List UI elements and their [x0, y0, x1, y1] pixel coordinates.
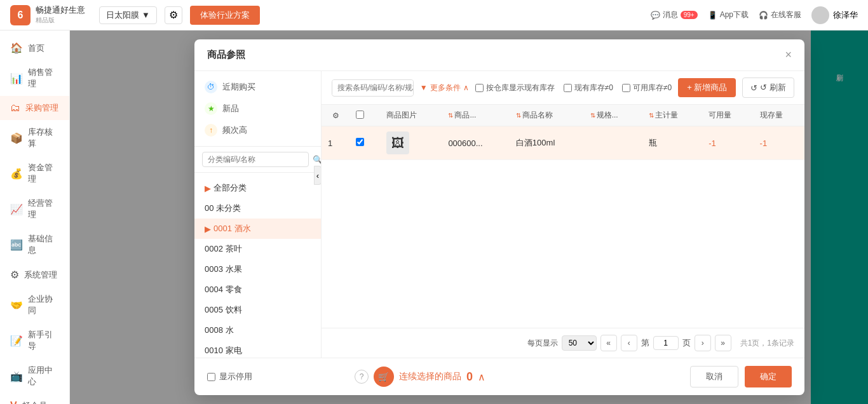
th-settings[interactable]: ⚙: [322, 105, 349, 126]
sort-icon-spec: ⇅: [590, 112, 595, 119]
nav-middle: 日太阳膜 ▼ ⚙ 体验行业方案: [86, 6, 651, 25]
avatar-area[interactable]: 徐泽华: [811, 6, 858, 24]
pagination: 每页显示 50 10 20 100 « ‹ 第 页: [322, 328, 804, 358]
checkbox-stock-input[interactable]: [564, 84, 572, 92]
checkbox-warehouse-input[interactable]: [475, 84, 484, 92]
table-row[interactable]: 1 🖼 000600...: [322, 126, 804, 160]
filter-recent[interactable]: ⏱ 近期购买: [194, 76, 321, 98]
show-disabled-label[interactable]: 显示停用: [207, 371, 252, 382]
mobile-icon: 📱: [708, 11, 717, 20]
td-unit: 瓶: [642, 126, 703, 160]
checkbox-warehouse[interactable]: 按仓库显示现有库存: [475, 83, 555, 93]
sidebar-item-system[interactable]: ⚙ 系统管理: [0, 262, 69, 287]
tree-item-water[interactable]: 0008 水: [194, 320, 321, 340]
sidebar-item-purchase[interactable]: 🗂 采购管理: [0, 96, 69, 120]
th-code[interactable]: ⇅ 商品...: [442, 105, 509, 126]
tree-active-arrow: ▶: [205, 224, 211, 234]
checkbox-available-input[interactable]: [622, 84, 630, 92]
category-search-input[interactable]: [202, 152, 309, 167]
sidebar-label-guide: 新手引导: [28, 329, 59, 352]
sidebar-label-system: 系统管理: [24, 269, 57, 281]
td-index: 1: [322, 126, 349, 160]
tree-item-fruit[interactable]: 0003 水果: [194, 259, 321, 279]
filter-new-label: 新品: [222, 103, 239, 114]
filter-freq[interactable]: ↑ 频次高: [194, 119, 321, 141]
logo-icon: 6: [10, 5, 31, 25]
sales-icon: 📊: [10, 72, 23, 84]
nav-selector[interactable]: 日太阳膜 ▼: [99, 6, 157, 24]
guide-icon: 📝: [10, 335, 23, 347]
th-unit[interactable]: ⇅ 主计量: [642, 105, 703, 126]
more-filter-btn[interactable]: ▼ 更多条件 ∧: [420, 83, 469, 93]
add-product-btn[interactable]: + 新增商品: [678, 78, 736, 97]
confirm-btn[interactable]: 确定: [745, 366, 792, 387]
th-name[interactable]: ⇅ 商品名称: [510, 105, 584, 126]
sidebar-item-apps[interactable]: 📺 应用中心: [0, 358, 69, 394]
product-thumbnail: 🖼: [386, 131, 409, 154]
page-prev-btn[interactable]: ‹: [621, 335, 637, 351]
sidebar-item-operation[interactable]: 📈 经营管理: [0, 191, 69, 227]
sidebar-label-corp: 企业协同: [28, 293, 59, 316]
page-last-btn[interactable]: »: [715, 335, 731, 351]
purchase-icon: 🗂: [10, 102, 20, 114]
sidebar-item-sales[interactable]: 📊 销售管理: [0, 60, 69, 96]
main-layout: 🏠 首页 📊 销售管理 🗂 采购管理 📦 库存核算 💰 资金管理 📈 经: [0, 30, 868, 404]
content-area: 查询 设置 刷新 商品参照 ×: [70, 30, 868, 404]
sidebar-item-guide[interactable]: 📝 新手引导: [0, 323, 69, 358]
logo-title: 畅捷通好生意: [36, 5, 85, 16]
app-download-item[interactable]: 📱 App下载: [708, 10, 749, 20]
category-search: 🔍: [194, 147, 321, 173]
tree-item-tea[interactable]: 0002 茶叶: [194, 239, 321, 259]
category-search-icon[interactable]: 🔍: [313, 155, 322, 165]
tree-item-uncategorized[interactable]: 00 未分类: [194, 198, 321, 219]
page-next-btn[interactable]: ›: [695, 335, 711, 351]
modal-body: ⏱ 近期购买 ★ 新品 ↑ 频次高: [194, 71, 804, 358]
tree-item-snack[interactable]: 0004 零食: [194, 279, 321, 300]
select-all-checkbox[interactable]: [356, 111, 364, 119]
tree-item-drink[interactable]: 0005 饮料: [194, 300, 321, 320]
logo-area: 6 畅捷通好生意 精品版: [10, 5, 86, 25]
filter-new[interactable]: ★ 新品: [194, 98, 321, 119]
sidebar-item-basic[interactable]: 🔤 基础信息: [0, 227, 69, 262]
total-info: 共1页，1条记录: [740, 338, 794, 349]
finance-icon: 💰: [10, 168, 23, 180]
product-table-wrap: ⚙ 商品图片: [322, 105, 804, 328]
filter-recent-label: 近期购买: [222, 81, 255, 93]
td-checkbox: [349, 126, 379, 160]
refresh-table-btn[interactable]: ↺ ↺ 刷新: [742, 77, 794, 98]
footer-right: 取消 确定: [690, 366, 792, 387]
sidebar-item-corp[interactable]: 🤝 企业协同: [0, 287, 69, 323]
row-checkbox[interactable]: [356, 138, 364, 146]
freq-icon: ↑: [205, 124, 217, 137]
product-search-input[interactable]: [332, 80, 414, 95]
checkbox-available-nonzero[interactable]: 可用库存≠0: [622, 83, 672, 93]
sidebar-item-finance[interactable]: 💰 资金管理: [0, 156, 69, 191]
cancel-btn[interactable]: 取消: [690, 366, 738, 387]
sidebar-label-inventory: 库存核算: [28, 126, 59, 149]
checkbox-stock-nonzero[interactable]: 现有库存≠0: [564, 83, 613, 93]
checkbox-group: 按仓库显示现有库存 现有库存≠0 可用库存≠0: [475, 83, 672, 93]
trial-btn[interactable]: 体验行业方案: [190, 6, 260, 25]
settings-icon[interactable]: ⚙: [165, 6, 182, 24]
page-number-input[interactable]: [653, 336, 679, 350]
fold-btn[interactable]: ∧: [478, 371, 485, 383]
sort-icon-name: ⇅: [516, 112, 521, 119]
modal-close-btn[interactable]: ×: [785, 48, 792, 62]
online-service-item[interactable]: 🎧 在线客服: [759, 10, 801, 20]
tree-item-appliance[interactable]: 0010 家电: [194, 340, 321, 358]
sidebar-label-purchase: 采购管理: [25, 102, 58, 114]
sidebar-label-operation: 经营管理: [28, 198, 59, 220]
collapse-btn[interactable]: ‹: [314, 166, 322, 185]
sidebar-item-home[interactable]: 🏠 首页: [0, 36, 69, 60]
show-disabled-checkbox[interactable]: [207, 373, 215, 381]
sidebar-label-apps: 应用中心: [28, 365, 59, 387]
notification-item[interactable]: 💬 消息 99+: [651, 10, 698, 20]
help-icon[interactable]: ?: [355, 370, 369, 384]
sidebar-item-member[interactable]: V 畅会员: [0, 394, 69, 404]
per-page-select[interactable]: 50 10 20 100: [562, 335, 597, 351]
th-spec[interactable]: ⇅ 规格...: [584, 105, 642, 126]
sidebar-item-inventory[interactable]: 📦 库存核算: [0, 120, 69, 156]
page-first-btn[interactable]: «: [600, 335, 617, 351]
tree-item-all[interactable]: ▶ 全部分类: [194, 178, 321, 198]
tree-item-alcohol[interactable]: ▶ 0001 酒水: [194, 219, 321, 239]
